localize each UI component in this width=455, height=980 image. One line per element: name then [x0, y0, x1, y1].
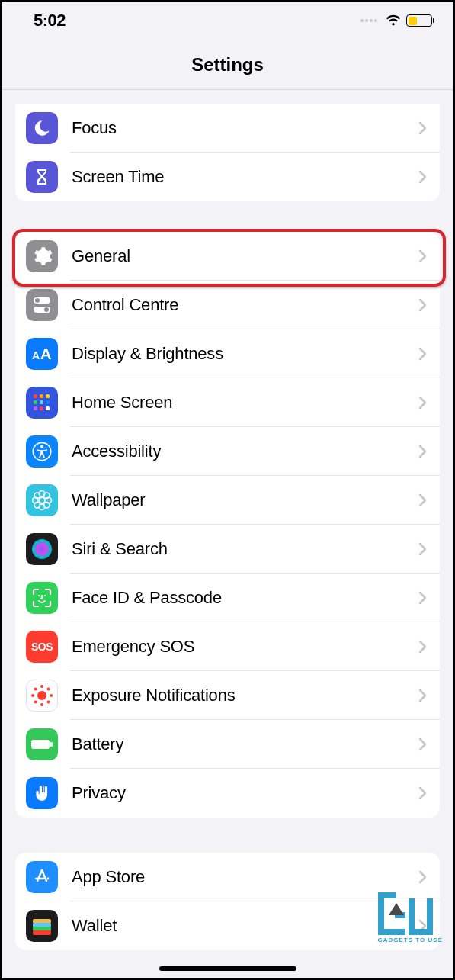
- gear-icon: [26, 240, 58, 272]
- svg-point-32: [40, 703, 43, 706]
- row-label: App Store: [72, 867, 418, 887]
- battery-icon: [406, 14, 432, 27]
- chevron-right-icon: [418, 249, 428, 263]
- svg-point-31: [40, 685, 43, 688]
- row-label: Exposure Notifications: [72, 686, 418, 705]
- apps-grid-icon: [26, 387, 58, 419]
- header: Settings: [2, 40, 453, 90]
- svg-point-34: [50, 694, 53, 697]
- settings-row-home-screen[interactable]: Home Screen: [15, 378, 440, 427]
- svg-rect-10: [40, 400, 43, 404]
- svg-point-30: [37, 691, 46, 700]
- settings-row-general[interactable]: General: [15, 232, 440, 281]
- page-title: Settings: [191, 54, 264, 76]
- watermark: GADGETS TO USE: [378, 898, 443, 943]
- exposure-icon: [26, 680, 58, 712]
- svg-point-26: [32, 539, 52, 559]
- svg-point-36: [47, 688, 50, 691]
- chevron-right-icon: [418, 170, 428, 184]
- settings-row-display-brightness[interactable]: AADisplay & Brightness: [15, 329, 440, 378]
- row-label: Privacy: [72, 783, 418, 803]
- settings-row-wallet[interactable]: Wallet: [15, 901, 440, 950]
- row-label: Wallpaper: [72, 490, 418, 510]
- settings-row-wallpaper[interactable]: Wallpaper: [15, 476, 440, 525]
- settings-row-face-id[interactable]: Face ID & Passcode: [15, 574, 440, 622]
- svg-text:A: A: [32, 349, 40, 361]
- settings-group: FocusScreen Time: [15, 104, 440, 201]
- settings-row-control-centre[interactable]: Control Centre: [15, 281, 440, 329]
- settings-row-focus[interactable]: Focus: [15, 104, 440, 153]
- hand-icon: [26, 777, 58, 809]
- row-label: Control Centre: [72, 295, 418, 315]
- row-label: Focus: [72, 118, 418, 138]
- status-indicators: [360, 14, 432, 27]
- row-label: Face ID & Passcode: [72, 588, 418, 608]
- settings-row-screen-time[interactable]: Screen Time: [15, 153, 440, 201]
- svg-rect-39: [31, 740, 50, 749]
- chevron-right-icon: [418, 121, 428, 135]
- chevron-right-icon: [418, 786, 428, 800]
- svg-point-3: [44, 307, 49, 312]
- wallet-icon: [26, 910, 58, 942]
- chevron-right-icon: [418, 640, 428, 654]
- row-label: Display & Brightness: [72, 344, 418, 364]
- chevron-right-icon: [418, 396, 428, 410]
- svg-rect-8: [46, 394, 50, 398]
- faceid-icon: [26, 582, 58, 614]
- svg-rect-40: [50, 742, 53, 747]
- svg-point-38: [47, 701, 50, 704]
- watermark-text: GADGETS TO USE: [378, 937, 443, 943]
- svg-rect-45: [33, 930, 51, 935]
- svg-rect-6: [34, 394, 37, 398]
- svg-point-17: [39, 497, 45, 503]
- row-label: Wallet: [72, 916, 418, 936]
- wifi-icon: [385, 14, 402, 27]
- hourglass-icon: [26, 161, 58, 193]
- svg-rect-11: [46, 400, 50, 404]
- siri-icon: [26, 533, 58, 565]
- svg-rect-7: [40, 394, 43, 398]
- device-frame: 5:02 Settings FocusScreen TimeGeneralCon…: [0, 0, 455, 980]
- svg-point-33: [31, 694, 34, 697]
- accessibility-icon: [26, 435, 58, 468]
- sos-icon: SOS: [26, 631, 58, 663]
- settings-scroll[interactable]: FocusScreen TimeGeneralControl CentreAAD…: [2, 104, 453, 950]
- svg-point-16: [40, 445, 43, 448]
- row-label: Battery: [72, 734, 418, 754]
- switches-icon: [26, 289, 58, 321]
- row-label: Siri & Search: [72, 539, 418, 559]
- svg-text:A: A: [40, 345, 51, 362]
- status-bar: 5:02: [2, 2, 453, 40]
- svg-point-35: [34, 688, 37, 691]
- settings-row-siri-search[interactable]: Siri & Search: [15, 525, 440, 574]
- settings-row-accessibility[interactable]: Accessibility: [15, 427, 440, 476]
- svg-point-1: [35, 298, 40, 303]
- settings-row-emergency-sos[interactable]: SOSEmergency SOS: [15, 622, 440, 671]
- row-label: Screen Time: [72, 167, 418, 187]
- svg-point-37: [34, 701, 37, 704]
- home-indicator[interactable]: [159, 966, 296, 971]
- cellular-signal-icon: [360, 19, 377, 22]
- chevron-right-icon: [418, 493, 428, 507]
- settings-group: GeneralControl CentreAADisplay & Brightn…: [15, 232, 440, 818]
- svg-rect-9: [34, 400, 37, 404]
- chevron-right-icon: [418, 737, 428, 751]
- chevron-right-icon: [418, 870, 428, 884]
- chevron-right-icon: [418, 591, 428, 605]
- svg-text:SOS: SOS: [31, 641, 53, 653]
- svg-rect-13: [40, 406, 43, 410]
- settings-row-privacy[interactable]: Privacy: [15, 769, 440, 818]
- settings-row-exposure[interactable]: Exposure Notifications: [15, 671, 440, 720]
- settings-row-app-store[interactable]: App Store: [15, 853, 440, 901]
- chevron-right-icon: [418, 542, 428, 556]
- settings-group: App StoreWallet: [15, 853, 440, 950]
- chevron-right-icon: [418, 347, 428, 361]
- svg-rect-12: [34, 406, 37, 410]
- text-size-icon: AA: [26, 338, 58, 370]
- svg-point-28: [44, 595, 46, 596]
- svg-point-41: [47, 878, 50, 880]
- settings-row-battery[interactable]: Battery: [15, 720, 440, 769]
- row-label: Home Screen: [72, 393, 418, 413]
- chevron-right-icon: [418, 689, 428, 702]
- chevron-right-icon: [418, 445, 428, 458]
